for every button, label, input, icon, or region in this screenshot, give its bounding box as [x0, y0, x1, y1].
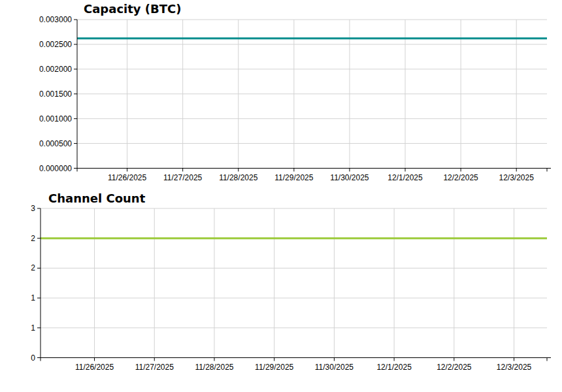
- y-tick-label: 0.002500: [39, 40, 72, 49]
- x-tick-label: 11/26/2025: [75, 363, 114, 372]
- x-tick-label: 11/28/2025: [195, 363, 233, 372]
- y-tick-label: 0.001000: [39, 114, 72, 123]
- y-tick-label: 1: [31, 293, 35, 302]
- capacity-btc--group: 0.0030000.0025000.0020000.0015000.001000…: [39, 15, 551, 182]
- x-tick-label: 11/30/2025: [330, 173, 369, 182]
- x-tick-label: 11/29/2025: [255, 363, 293, 372]
- y-tick-label: 0.003000: [39, 15, 72, 24]
- x-tick-label: 11/27/2025: [163, 173, 202, 182]
- y-tick-label: 2: [31, 263, 35, 272]
- y-tick-label: 0.000000: [39, 164, 72, 173]
- charts-panel: Capacity (BTC) Channel Count 0.0030000.0…: [0, 0, 562, 392]
- y-tick-label: 3: [31, 204, 35, 213]
- y-tick-label: 0.001500: [39, 90, 72, 99]
- x-tick-label: 11/30/2025: [315, 363, 354, 372]
- x-tick-label: 11/29/2025: [274, 173, 313, 182]
- x-tick-label: 12/3/2025: [499, 173, 535, 182]
- x-tick-label: 11/27/2025: [135, 363, 174, 372]
- x-tick-label: 12/2/2025: [443, 173, 478, 182]
- channel-count-group: 32211011/26/202511/27/202511/28/202511/2…: [31, 204, 551, 372]
- y-tick-label: 1: [31, 323, 35, 333]
- x-tick-label: 12/2/2025: [437, 363, 472, 372]
- x-tick-label: 11/26/2025: [108, 173, 146, 182]
- x-tick-label: 12/3/2025: [497, 363, 532, 372]
- charts-plot-area: 0.0030000.0025000.0020000.0015000.001000…: [0, 0, 562, 392]
- x-tick-label: 11/28/2025: [219, 173, 257, 182]
- y-tick-label: 0.000500: [39, 139, 72, 148]
- y-tick-label: 2: [31, 234, 35, 243]
- x-tick-label: 12/1/2025: [376, 363, 412, 372]
- x-tick-label: 12/1/2025: [388, 173, 423, 182]
- y-tick-label: 0: [31, 353, 35, 363]
- y-tick-label: 0.002000: [39, 65, 72, 74]
